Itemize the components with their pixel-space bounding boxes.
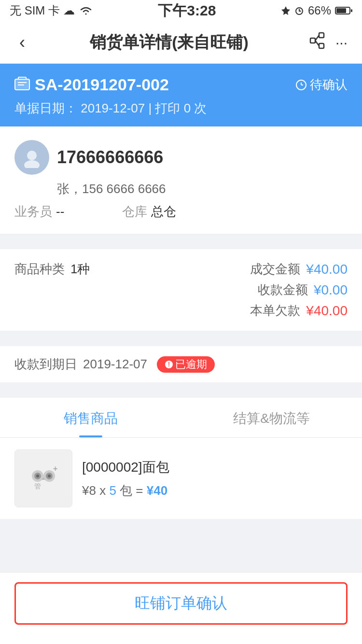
back-button[interactable]: ‹ (14, 28, 30, 57)
svg-point-25 (36, 475, 39, 477)
customer-phone: 17666666666 (57, 147, 163, 168)
tabs: 销售商品 结算&物流等 (0, 398, 362, 438)
svg-point-26 (48, 475, 51, 477)
product-thumbnail: + 管 (14, 449, 72, 507)
due-date-card: 收款到期日 2019-12-07 ! 已逾期 (0, 346, 362, 382)
page-title: 销货单详情(来自旺铺) (30, 31, 308, 54)
svg-rect-5 (351, 9, 352, 12)
product-logo: + 管 (24, 462, 63, 495)
warehouse-label: 仓库 (122, 203, 147, 220)
svg-text:管: 管 (34, 482, 41, 490)
sim-label: 无 SIM 卡 ☁ (10, 3, 75, 18)
nav-actions: ··· (308, 32, 348, 53)
wifi-icon (79, 5, 93, 16)
clock-icon (295, 79, 307, 91)
svg-rect-7 (319, 43, 324, 48)
overdue-badge: ! 已逾期 (157, 356, 215, 373)
salesperson-label: 业务员 (14, 203, 52, 220)
svg-rect-8 (310, 38, 315, 43)
location-icon (281, 6, 291, 15)
more-button[interactable]: ··· (335, 34, 348, 51)
tab-settlement[interactable]: 结算&物流等 (181, 398, 362, 437)
bottom-bar: 旺铺订单确认 (0, 572, 362, 644)
svg-line-9 (315, 35, 319, 41)
tab-sales-products[interactable]: 销售商品 (0, 398, 181, 437)
customer-info-row: 业务员 -- 仓库 总仓 (14, 203, 348, 220)
confirm-button[interactable]: 旺铺订单确认 (14, 582, 348, 625)
svg-text:+: + (53, 464, 57, 473)
category-value: 1种 (70, 261, 90, 278)
deal-amount-value: ¥40.00 (306, 262, 348, 277)
due-date-value: 2019-12-07 (83, 357, 147, 372)
order-date: 单据日期： 2019-12-07 | 打印 0 次 (14, 100, 348, 117)
product-item: + 管 [0000002]面包 ¥8 x 5 包 = ¥40 (14, 449, 348, 507)
share-button[interactable] (308, 32, 326, 53)
customer-card: 17666666666 张，156 6666 6666 业务员 -- 仓库 总仓 (0, 126, 362, 234)
order-status: 待确认 (295, 76, 348, 93)
status-bar: 无 SIM 卡 ☁ 下午3:28 66% (0, 0, 362, 21)
divider-3 (0, 390, 362, 398)
status-right: 66% (281, 4, 352, 17)
owed-value: ¥40.00 (306, 303, 348, 319)
svg-rect-6 (319, 33, 324, 38)
battery-icon (335, 6, 352, 15)
product-price: ¥8 x 5 包 = ¥40 (82, 482, 348, 499)
order-icon (14, 75, 30, 94)
collected-label: 收款金额 (258, 281, 308, 298)
collected-value: ¥0.00 (314, 282, 348, 298)
status-time: 下午3:28 (158, 1, 216, 21)
avatar (14, 140, 49, 175)
status-left: 无 SIM 卡 ☁ (10, 3, 93, 18)
category-label: 商品种类 (14, 261, 65, 278)
nav-bar: ‹ 销货单详情(来自旺铺) ··· (0, 21, 362, 64)
warning-icon: ! (165, 360, 173, 369)
product-name: [0000002]面包 (82, 458, 348, 476)
svg-point-18 (24, 160, 40, 168)
svg-text:!: ! (168, 361, 170, 368)
divider-2 (0, 338, 362, 346)
product-info: [0000002]面包 ¥8 x 5 包 = ¥40 (82, 458, 348, 499)
due-date-label: 收款到期日 (14, 356, 77, 373)
salesperson-value: -- (56, 204, 64, 219)
divider-1 (0, 241, 362, 249)
svg-line-10 (315, 41, 319, 46)
summary-card: 商品种类 1种 成交金额 ¥40.00 收款金额 ¥0.00 本单欠款 ¥40.… (0, 249, 362, 331)
svg-point-17 (27, 151, 37, 160)
order-header: SA-20191207-002 待确认 单据日期： 2019-12-07 | 打… (0, 64, 362, 126)
battery-label: 66% (308, 4, 331, 17)
warehouse-value: 总仓 (151, 203, 176, 220)
product-list: + 管 [0000002]面包 ¥8 x 5 包 = ¥40 (0, 438, 362, 519)
svg-rect-4 (336, 8, 346, 13)
customer-name: 张，156 6666 6666 (14, 181, 348, 197)
owed-label: 本单欠款 (250, 302, 300, 319)
alarm-icon (294, 6, 304, 15)
order-id: SA-20191207-002 (14, 75, 169, 94)
deal-amount-label: 成交金额 (250, 261, 300, 278)
